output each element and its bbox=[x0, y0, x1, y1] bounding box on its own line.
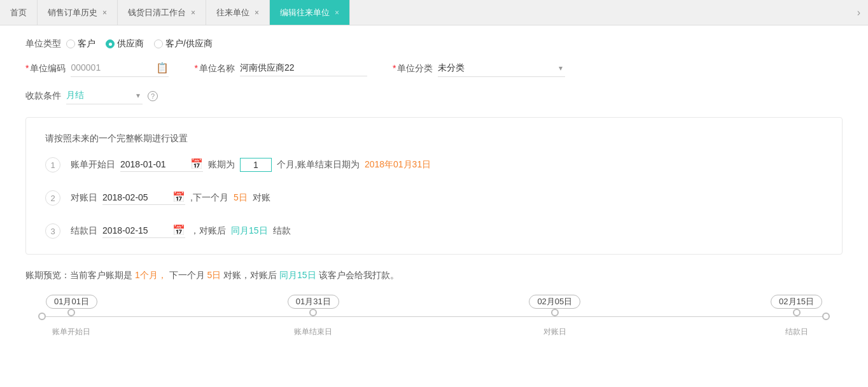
step-2-label: 对账日 bbox=[71, 192, 97, 204]
step-3-suffix-2: 结款 bbox=[273, 225, 291, 237]
step-3-date-input[interactable] bbox=[102, 225, 166, 236]
unit-category-chevron-icon: ▾ bbox=[559, 64, 563, 73]
timeline-node-1: 01月01日 账单开始日 bbox=[46, 313, 97, 337]
unit-name-input[interactable] bbox=[240, 60, 367, 76]
tab-bar: 首页 销售订单历史 × 钱货日清工作台 × 往来单位 × 编辑往来单位 × › bbox=[0, 0, 868, 25]
timeline-node-4: 02月15日 结款日 bbox=[771, 313, 822, 337]
payment-terms-row: 收款条件 月结 ▾ ? bbox=[25, 87, 843, 104]
step-2-date-wrapper: 📅 bbox=[102, 191, 185, 205]
step-1-content: 账单开始日 📅 账期为 个月,账单结束日期为 2018年01月31日 bbox=[71, 158, 431, 172]
tab-home-label: 首页 bbox=[10, 7, 27, 18]
tab-partner-units[interactable]: 往来单位 × bbox=[206, 0, 270, 25]
preview-after-reconcile: 对账，对账后 bbox=[223, 270, 277, 280]
step-2-date-input[interactable] bbox=[102, 192, 166, 202]
step-1-suffix-1: 账期为 bbox=[208, 159, 235, 171]
preview-section: 账期预览：当前客户账期是 1个月， 下一个月 5日 对账，对账后 同月15日 该… bbox=[25, 267, 843, 283]
step-3-label: 结款日 bbox=[71, 225, 97, 237]
radio-supplier-label: 供应商 bbox=[117, 38, 144, 50]
payment-terms-help-icon[interactable]: ? bbox=[148, 91, 158, 101]
timeline-node-4-label: 结款日 bbox=[785, 327, 808, 337]
step-3-date-wrapper: 📅 bbox=[102, 224, 185, 238]
unit-code-copy-icon[interactable]: 📋 bbox=[156, 62, 169, 74]
step-1-number: 1 bbox=[45, 157, 60, 172]
unit-code-required: * bbox=[25, 63, 29, 73]
step-2-suffix-2: 对账 bbox=[253, 192, 270, 204]
preview-mid: 下一个月 bbox=[169, 270, 205, 280]
unit-info-row: *单位编码 📋 *单位名称 *单位分类 未分类 ▾ bbox=[25, 60, 843, 77]
timeline-node-2-pill: 01月31日 bbox=[288, 295, 339, 309]
close-edit-partner-unit-icon[interactable]: × bbox=[335, 8, 339, 17]
radio-supplier-circle bbox=[106, 39, 115, 48]
tab-cash-reconciliation-label: 钱货日清工作台 bbox=[128, 7, 186, 18]
tab-partner-units-label: 往来单位 bbox=[216, 7, 249, 18]
unit-name-field: *单位名称 bbox=[194, 60, 367, 76]
timeline-node-1-pill: 01月01日 bbox=[46, 295, 97, 309]
radio-supplier[interactable]: 供应商 bbox=[106, 38, 144, 50]
unit-code-input[interactable] bbox=[71, 60, 153, 75]
timeline-node-4-circle bbox=[793, 309, 801, 316]
unit-type-field: 单位类型 客户 供应商 客户/供应商 bbox=[25, 38, 213, 50]
billing-cycle-panel: 请按照未来的一个完整帐期进行设置 1 账单开始日 📅 账期为 个月,账单结束日期… bbox=[25, 117, 843, 255]
close-sales-order-history-icon[interactable]: × bbox=[102, 8, 107, 17]
radio-both-label: 客户/供应商 bbox=[165, 38, 213, 50]
radio-customer[interactable]: 客户 bbox=[66, 38, 95, 50]
step-3-content: 结款日 📅 ，对账后 同月15日 结款 bbox=[71, 224, 291, 238]
unit-code-field: *单位编码 📋 bbox=[25, 60, 169, 77]
close-cash-reconciliation-icon[interactable]: × bbox=[191, 8, 195, 17]
unit-code-label: *单位编码 bbox=[25, 63, 66, 74]
payment-terms-chevron-icon: ▾ bbox=[136, 91, 140, 100]
timeline-start-dot bbox=[38, 313, 46, 320]
close-partner-units-icon[interactable]: × bbox=[255, 8, 259, 17]
timeline-node-1-label: 账单开始日 bbox=[52, 327, 90, 337]
step-1-label: 账单开始日 bbox=[71, 159, 115, 171]
step-2-content: 对账日 📅 ,下一个月 5日 对账 bbox=[71, 191, 270, 205]
preview-prefix: 账期预览：当前客户账期是 bbox=[25, 270, 132, 280]
tab-home[interactable]: 首页 bbox=[0, 0, 38, 25]
preview-reconcile-highlight: 5日 bbox=[207, 270, 221, 280]
panel-instruction: 请按照未来的一个完整帐期进行设置 bbox=[45, 133, 823, 144]
step-3-number: 3 bbox=[45, 223, 60, 239]
timeline-node-3: 02月05日 对账日 bbox=[529, 313, 580, 337]
unit-category-required: * bbox=[393, 63, 396, 73]
timeline-node-2: 01月31日 账单结束日 bbox=[288, 313, 339, 337]
tab-edit-partner-unit[interactable]: 编辑往来单位 × bbox=[270, 0, 350, 25]
step-1-end-date: 2018年01月31日 bbox=[365, 159, 431, 171]
tab-edit-partner-unit-label: 编辑往来单位 bbox=[280, 7, 330, 18]
radio-customer-label: 客户 bbox=[78, 38, 95, 50]
tab-sales-order-history-label: 销售订单历史 bbox=[48, 7, 97, 18]
unit-category-field: *单位分类 未分类 ▾ bbox=[393, 60, 565, 77]
preview-suffix: 该客户会给我打款。 bbox=[319, 270, 399, 280]
payment-terms-select[interactable]: 月结 ▾ bbox=[66, 87, 143, 104]
unit-category-value: 未分类 bbox=[438, 62, 555, 74]
timeline-node-2-circle bbox=[309, 309, 317, 316]
main-content: 单位类型 客户 供应商 客户/供应商 *单位编码 bbox=[0, 25, 868, 387]
unit-name-label: *单位名称 bbox=[194, 63, 234, 74]
step-1-period-input[interactable] bbox=[240, 158, 272, 172]
unit-category-select[interactable]: 未分类 ▾ bbox=[438, 60, 565, 77]
step-2-row: 2 对账日 📅 ,下一个月 5日 对账 bbox=[45, 190, 823, 206]
payment-terms-field: 收款条件 月结 ▾ ? bbox=[25, 87, 158, 104]
timeline: 01月01日 账单开始日 01月31日 账单结束日 02月05日 对账日 bbox=[25, 299, 843, 320]
step-1-row: 1 账单开始日 📅 账期为 个月,账单结束日期为 2018年01月31日 bbox=[45, 157, 823, 172]
unit-code-input-wrapper: 📋 bbox=[71, 60, 169, 77]
step-1-date-input[interactable] bbox=[120, 159, 184, 169]
timeline-end-dot bbox=[822, 313, 830, 320]
radio-both-circle bbox=[154, 39, 163, 48]
timeline-node-3-circle bbox=[551, 309, 559, 316]
step-3-suffix-1: ，对账后 bbox=[190, 225, 226, 237]
radio-both[interactable]: 客户/供应商 bbox=[154, 38, 213, 50]
step-3-calendar-icon[interactable]: 📅 bbox=[172, 224, 185, 236]
timeline-track: 01月01日 账单开始日 01月31日 账单结束日 02月05日 对账日 bbox=[46, 316, 822, 317]
payment-terms-value: 月结 bbox=[66, 90, 132, 101]
tab-more-button[interactable]: › bbox=[850, 0, 868, 25]
step-1-calendar-icon[interactable]: 📅 bbox=[190, 158, 203, 170]
tab-sales-order-history[interactable]: 销售订单历史 × bbox=[38, 0, 118, 25]
tab-cash-reconciliation[interactable]: 钱货日清工作台 × bbox=[118, 0, 206, 25]
step-3-highlight: 同月15日 bbox=[231, 225, 268, 237]
radio-customer-circle bbox=[66, 39, 75, 48]
step-2-calendar-icon[interactable]: 📅 bbox=[172, 191, 185, 203]
payment-terms-label: 收款条件 bbox=[25, 90, 61, 102]
unit-type-row: 单位类型 客户 供应商 客户/供应商 bbox=[25, 38, 843, 50]
step-2-number: 2 bbox=[45, 190, 60, 206]
step-2-highlight: 5日 bbox=[234, 192, 248, 204]
